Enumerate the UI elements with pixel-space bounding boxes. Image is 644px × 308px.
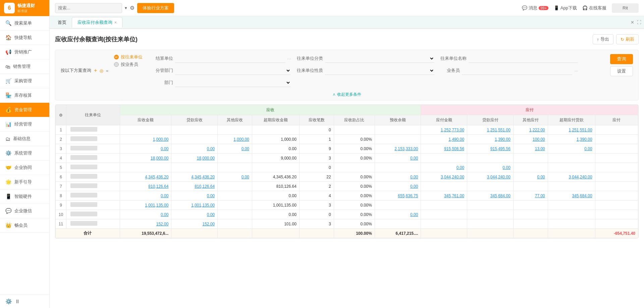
refresh-btn[interactable]: ↻ 刷新 xyxy=(616,34,639,44)
sidebar-item-member[interactable]: 👑畅会员 xyxy=(0,218,49,233)
sidebar-item-sales[interactable]: 🛍销售管理 xyxy=(0,59,49,74)
cell-link[interactable]: 0.00 xyxy=(171,191,218,201)
cell-link[interactable]: 18,000.00 xyxy=(171,153,218,163)
cell-empty xyxy=(252,163,300,172)
sidebar-item-hardware[interactable]: 📱智能硬件 xyxy=(0,189,49,204)
cell-link[interactable]: 152.00 xyxy=(171,219,218,229)
topbar-gear-icon[interactable]: ⚙ xyxy=(130,5,135,11)
sidebar-item-quick[interactable]: 🏠快捷导航 xyxy=(0,31,49,45)
cell-link[interactable]: 345,684.00 xyxy=(548,191,595,201)
cell-link[interactable]: 4,345,436.20 xyxy=(120,172,171,182)
sidebar-item-purchase[interactable]: 🛒采购管理 xyxy=(0,74,49,88)
cell-link[interactable]: 0.00 xyxy=(218,172,252,182)
cell-link[interactable]: 2,153,333.00 xyxy=(375,144,421,153)
topbar-dropdown-icon[interactable]: ▾ xyxy=(125,5,127,10)
sidebar-item-coop[interactable]: 🤝企业协同 xyxy=(0,161,49,175)
cell-link[interactable]: 152.00 xyxy=(120,219,171,229)
cell-link[interactable]: 0.00 xyxy=(548,144,595,153)
cell-link[interactable]: 915,495.56 xyxy=(467,144,514,153)
cell-link[interactable]: 0.00 xyxy=(171,144,218,153)
cell-link[interactable]: 810,126.64 xyxy=(120,182,171,191)
app-download-group[interactable]: 📱 App下载 xyxy=(554,5,577,11)
cell-link[interactable]: 4,345,436.20 xyxy=(171,172,218,182)
cell-link[interactable]: 1,390.00 xyxy=(467,135,514,144)
cell-link[interactable]: 0.00 xyxy=(218,144,252,153)
filter-scheme-icon[interactable]: ◎ xyxy=(100,68,103,73)
cell-link[interactable]: 345,761.00 xyxy=(421,191,467,201)
sidebar-item-operation[interactable]: 📊经营管理 xyxy=(0,117,49,132)
sidebar-item-inventory[interactable]: 🏪库存核算 xyxy=(0,88,49,103)
cell-link[interactable]: 1,222.00 xyxy=(513,125,548,135)
related-unit-nature-select[interactable] xyxy=(325,66,434,75)
settlement-unit-input[interactable] xyxy=(175,54,285,63)
cell-link[interactable]: 0.00 xyxy=(120,144,171,153)
salesperson-input[interactable] xyxy=(462,66,572,75)
query-btn[interactable]: 查询 xyxy=(610,54,633,64)
settings-icon[interactable]: ⚙️ xyxy=(5,298,12,305)
cell-link[interactable]: 1,251,551.00 xyxy=(467,125,514,135)
setting-btn[interactable]: 设置 xyxy=(610,66,633,76)
cell-link[interactable]: 0.00 xyxy=(467,163,514,172)
settlement-unit-dots[interactable]: ··· xyxy=(287,56,291,61)
export-btn[interactable]: ↑ 导出 xyxy=(593,34,614,44)
sidebar-item-finance[interactable]: 💰资金管理 xyxy=(0,103,49,117)
cell-link[interactable]: 1,000.00 xyxy=(120,135,171,144)
tab-close-icon[interactable]: ✕ xyxy=(631,20,634,25)
managing-dept-select[interactable] xyxy=(175,66,291,75)
cell-link[interactable]: 1,000.00 xyxy=(218,135,252,144)
cell-link[interactable]: 810,126.64 xyxy=(171,182,218,191)
cell-link[interactable]: 3,044,240.00 xyxy=(421,172,467,182)
sidebar-item-marketing[interactable]: 📢营销推广 xyxy=(0,45,49,59)
tab-close-btn[interactable]: × xyxy=(114,20,117,25)
cell-link[interactable]: 915,508.56 xyxy=(421,144,467,153)
cell-link[interactable]: 0.00 xyxy=(375,172,421,182)
cell-link[interactable]: 100.00 xyxy=(513,135,548,144)
cell-link[interactable]: 77.00 xyxy=(513,191,548,201)
cell-link[interactable]: 1,251,551.00 xyxy=(548,125,595,135)
cell-link[interactable]: 1,001,135.00 xyxy=(120,201,171,210)
sidebar-item-base[interactable]: 🗂基础信息 xyxy=(0,132,49,146)
search-input[interactable] xyxy=(55,3,122,13)
collapse-bar[interactable]: ∧ 收起更多条件 xyxy=(61,90,633,99)
tab-home[interactable]: 首页 xyxy=(52,17,72,28)
cell-link[interactable]: 3,044,240.00 xyxy=(467,172,514,182)
message-group[interactable]: 💬 消息 99+ xyxy=(522,5,548,11)
cell-link[interactable]: 1,390.00 xyxy=(548,135,595,144)
sidebar-item-guide[interactable]: 🌟新手引导 xyxy=(0,175,49,189)
cell-link[interactable]: 0.00 xyxy=(421,163,467,172)
cell-link[interactable]: 0.00 xyxy=(375,182,421,191)
cell-link[interactable]: 18,000.00 xyxy=(120,153,171,163)
cell-link[interactable]: 0.00 xyxy=(375,153,421,163)
related-unit-type-select[interactable] xyxy=(325,54,434,63)
cell-link[interactable]: 1,001,135.00 xyxy=(171,201,218,210)
scheme-item-1[interactable]: W 按往来单位 xyxy=(114,54,148,60)
filter-collapse-btn[interactable]: « xyxy=(106,68,108,73)
cell-link[interactable]: 0.00 xyxy=(513,172,548,182)
cell-link[interactable]: 13.00 xyxy=(513,144,548,153)
related-unit-name-input[interactable] xyxy=(469,54,578,63)
cell-link[interactable]: 345,684.00 xyxy=(467,191,514,201)
filter-add-btn[interactable]: + xyxy=(94,68,97,74)
sidebar-item-system[interactable]: ⚙️系统管理 xyxy=(0,146,49,161)
trial-btn[interactable]: 体验行业方案 xyxy=(137,3,174,13)
salesperson-dots[interactable]: ··· xyxy=(574,68,578,73)
tab-expand-icon[interactable]: ⛶ xyxy=(637,20,641,25)
department-select[interactable] xyxy=(175,78,291,87)
cell-link[interactable]: 655,636.75 xyxy=(375,191,421,201)
user-avatar[interactable]: Rit xyxy=(612,3,639,13)
collapse-icon[interactable]: ⏸ xyxy=(15,299,20,305)
cell-link[interactable]: 0.00 xyxy=(171,210,218,219)
cell-link[interactable]: 3,044,240.00 xyxy=(548,172,595,182)
cell-link[interactable]: 0.00 xyxy=(120,191,171,201)
cell-link[interactable]: 1,490.00 xyxy=(421,135,467,144)
tab-active[interactable]: 应收应付余额查询 × xyxy=(72,17,122,28)
cell-link[interactable]: 1,252,773.00 xyxy=(421,125,467,135)
cell-link[interactable]: 0.00 xyxy=(375,210,421,219)
cell-link[interactable]: 0.00 xyxy=(120,210,171,219)
col-setting-header[interactable]: ⚙ xyxy=(56,105,66,125)
scheme-item-2[interactable]: 按业务员 xyxy=(114,61,148,68)
sidebar-item-search[interactable]: 🔍搜索菜单 xyxy=(0,16,49,31)
online-service-group[interactable]: 🎧 在线客服 xyxy=(582,5,606,11)
sidebar-item-wechat[interactable]: 💬企业微信 xyxy=(0,204,49,218)
footer-recv-total[interactable]: 19,553,472,6... xyxy=(120,229,171,238)
